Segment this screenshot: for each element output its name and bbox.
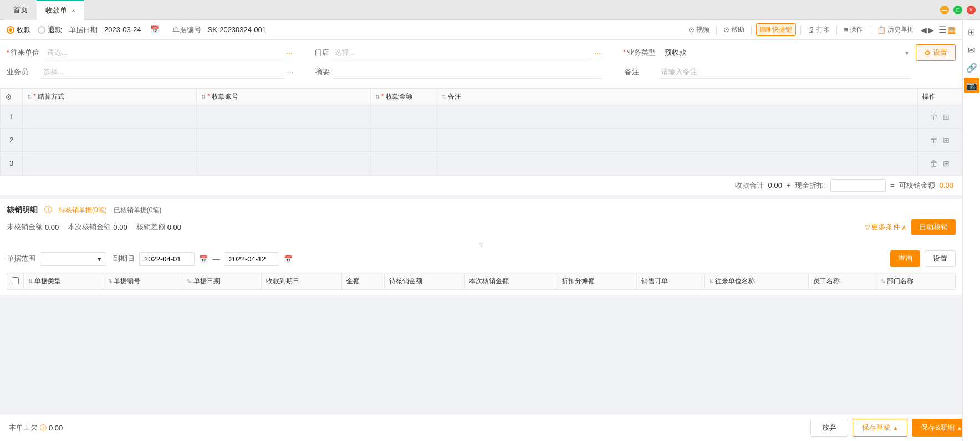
radio-receipt[interactable]: 收款	[7, 25, 31, 35]
row1-delete-icon[interactable]: 🗑	[930, 112, 938, 121]
side-camera-icon[interactable]: 📷	[964, 78, 979, 93]
save-draft-btn[interactable]: 保存草稿 ▲	[853, 419, 908, 437]
row1-account[interactable]	[196, 105, 370, 129]
discount-input[interactable]	[830, 179, 886, 192]
close-tab-icon[interactable]: ×	[72, 7, 75, 14]
view-grid-icon[interactable]: ▦	[947, 24, 956, 35]
verify-table: ⇅ 单据类型 ⇅ 单据编号 ⇅ 单据日期	[7, 273, 956, 290]
form-row-2: 业务员 ··· 摘要 备注	[7, 65, 956, 79]
auto-verify-btn[interactable]: 自动核销	[911, 219, 956, 235]
tab-home[interactable]: 首页	[4, 0, 37, 20]
row3-remark[interactable]	[437, 152, 918, 175]
shortcut-btn[interactable]: ⌨ 快捷键	[756, 23, 796, 36]
table-row: 3 🗑 ⊞	[1, 152, 962, 175]
row3-copy-icon[interactable]: ⊞	[943, 159, 950, 168]
row2-remark[interactable]	[437, 129, 918, 152]
verify-stats: 未核销金额 0.00 本次核销金额 0.00 核销差额 0.00 ▽ 更多条件 …	[7, 219, 956, 235]
date-from-input[interactable]	[139, 252, 195, 266]
toolbar-right: ⊙ 视频 ⊙ 帮助 ⌨ 快捷键 🖨 打印	[686, 23, 956, 36]
row2-delete-icon[interactable]: 🗑	[930, 136, 938, 145]
col-doc-num: ⇅ 单据编号	[103, 273, 182, 290]
select-all-checkbox[interactable]	[12, 277, 19, 284]
doc-range-label: 单据范围	[7, 254, 35, 264]
window-maximize[interactable]: □	[953, 6, 962, 14]
remark-field: 备注	[625, 65, 911, 79]
side-link-icon[interactable]: 🔗	[964, 60, 979, 75]
pending-tab[interactable]: 待核销单据(0笔)	[59, 206, 107, 215]
col-receipt-account: ⇅ * 收款账号	[196, 89, 370, 105]
view-icons: ☰ ▦	[938, 24, 956, 35]
summary-input[interactable]	[332, 65, 602, 79]
table-settings-icon[interactable]: ⚙	[5, 93, 12, 101]
remark-input[interactable]	[658, 65, 911, 79]
more-filter-btn[interactable]: ▽ 更多条件 ∧	[865, 222, 907, 232]
tab-receipt[interactable]: 收款单 ×	[37, 0, 84, 20]
form-fields: * 往来单位 ··· 门店 ··· * 业务类型 预收款 ▾	[0, 40, 962, 88]
row1-settle[interactable]	[23, 105, 197, 129]
verify-info-icon[interactable]: ⓘ	[44, 205, 52, 215]
counterparty-more-btn[interactable]: ···	[286, 48, 293, 57]
discount-label: 现金折扣:	[795, 181, 826, 191]
doc-range-select[interactable]: ▾	[40, 252, 106, 266]
query-btn[interactable]: 查询	[890, 250, 920, 267]
verify-section: 核销明细 ⓘ 待核销单据(0笔) 已核销单据(0笔) 未核销金额 0.00 本次…	[0, 199, 962, 295]
date-from-cal-icon[interactable]: 📅	[199, 255, 208, 263]
done-tab[interactable]: 已核销单据(0笔)	[114, 206, 162, 215]
history-btn[interactable]: 📋 历史单据	[875, 24, 916, 35]
row2-copy-icon[interactable]: ⊞	[943, 136, 950, 145]
print-btn[interactable]: 🖨 打印	[805, 24, 832, 35]
row2-account[interactable]	[196, 129, 370, 152]
row1-remark[interactable]	[437, 105, 918, 129]
staff-more-btn[interactable]: ···	[287, 68, 294, 76]
biztype-dropdown-icon[interactable]: ▾	[905, 49, 909, 57]
date-to-cal-icon[interactable]: 📅	[284, 255, 293, 263]
radio-refund[interactable]: 退款	[38, 25, 62, 35]
window-close[interactable]: ×	[967, 6, 976, 14]
biz-type-field: * 业务类型 预收款 ▾	[623, 48, 909, 58]
settings-btn[interactable]: ⚙ 设置	[916, 44, 956, 61]
col-discount: 折扣分摊额	[557, 273, 636, 290]
abandon-btn[interactable]: 放弃	[810, 419, 848, 437]
row3-account[interactable]	[196, 152, 370, 175]
bill-info-icon[interactable]: ⓘ	[40, 423, 47, 433]
staff-input[interactable]	[40, 65, 285, 79]
divider-2	[751, 25, 752, 34]
counterparty-input[interactable]	[44, 46, 284, 59]
date-to-input[interactable]	[224, 252, 279, 266]
row3-settle[interactable]	[23, 152, 197, 175]
store-input[interactable]	[331, 46, 592, 59]
row1-copy-icon[interactable]: ⊞	[943, 112, 950, 121]
bill-label: 本单上欠	[9, 423, 38, 433]
ops-btn[interactable]: ≡ 操作	[841, 24, 865, 35]
total-label: 收款合计	[735, 181, 764, 191]
row3-amount[interactable]	[370, 152, 437, 175]
view-list-icon[interactable]: ☰	[938, 24, 946, 35]
divider-3	[800, 25, 801, 34]
row2-settle[interactable]	[23, 129, 197, 152]
side-table-icon[interactable]: ⊞	[964, 24, 979, 40]
col-sales-order: 销售订单	[637, 273, 705, 290]
col-doc-type: ⇅ 单据类型	[24, 273, 103, 290]
video-btn[interactable]: ⊙ 视频	[686, 24, 712, 35]
help-btn[interactable]: ⊙ 帮助	[721, 24, 747, 35]
filter-settings-btn[interactable]: 设置	[925, 250, 956, 267]
window-minimize[interactable]: —	[940, 6, 949, 14]
stat-current: 本次核销金额 0.00	[68, 222, 127, 232]
help-icon: ⊙	[723, 25, 729, 34]
nav-right[interactable]: ▶	[928, 25, 934, 34]
date-calendar-icon[interactable]: 📅	[150, 25, 159, 34]
counterparty-label: 往来单位	[11, 48, 44, 58]
col-remark: ⇅ 备注	[437, 89, 918, 105]
req-star-counterparty: *	[7, 49, 9, 57]
row3-delete-icon[interactable]: 🗑	[930, 159, 938, 168]
nav-left[interactable]: ◀	[921, 25, 927, 34]
filter-right: ▽ 更多条件 ∧ 自动核销	[865, 219, 956, 235]
verify-amount-val: 0.00	[940, 181, 953, 189]
col-staff: 员工名称	[808, 273, 876, 290]
receipt-table: ⚙ ⇅ * 结算方式 ⇅ * 收款账号 ⇅	[0, 88, 962, 175]
summary-field: 摘要	[315, 65, 602, 79]
side-mail-icon[interactable]: ✉	[964, 42, 979, 58]
store-more-btn[interactable]: ···	[594, 48, 601, 57]
row2-amount[interactable]	[370, 129, 437, 152]
row1-amount[interactable]	[370, 105, 437, 129]
